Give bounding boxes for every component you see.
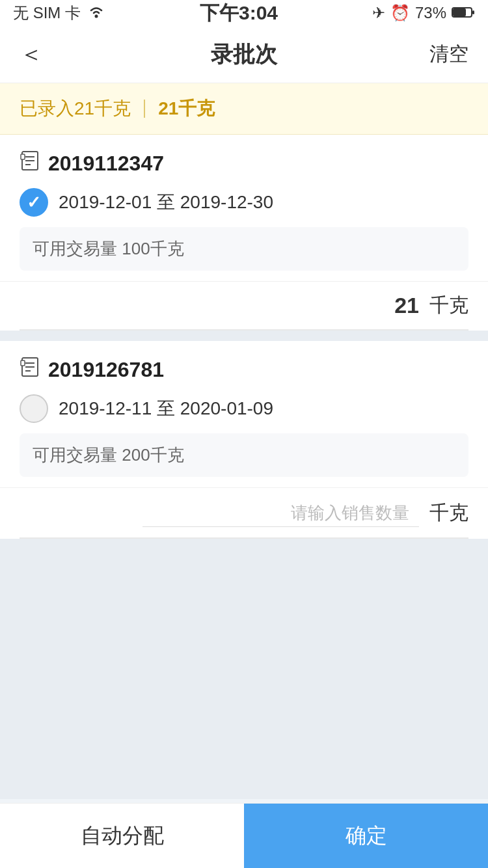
svg-rect-8	[21, 154, 25, 159]
footer-spacer	[0, 539, 488, 799]
batch-header-2: 2019126781	[0, 341, 488, 389]
quantity-row-1: 21 千克	[0, 281, 488, 329]
batch-id-2: 2019126781	[48, 358, 164, 382]
radio-unchecked-2[interactable]	[20, 394, 48, 423]
batch-id-icon-1	[20, 150, 40, 176]
summary-value: 21千克	[158, 96, 215, 121]
quantity-unit-1: 千克	[429, 292, 468, 319]
quantity-input-2[interactable]	[142, 498, 419, 527]
batch-item-1: 2019112347 2019-12-01 至 2019-12-30 可用交易量…	[0, 135, 488, 331]
svg-rect-2	[453, 8, 466, 16]
svg-rect-3	[472, 10, 474, 14]
svg-point-0	[95, 15, 98, 18]
batch-available-2: 可用交易量 200千克	[20, 433, 468, 477]
quantity-unit-2: 千克	[429, 500, 468, 526]
location-icon: ✈	[372, 4, 385, 22]
batch-header-1: 2019112347	[0, 135, 488, 183]
no-sim-text: 无 SIM 卡	[13, 3, 81, 23]
summary-bar: 已录入21千克 21千克	[0, 83, 488, 135]
batch-id-1: 2019112347	[48, 152, 164, 176]
batch-date-row-2[interactable]: 2019-12-11 至 2020-01-09	[0, 389, 488, 433]
clear-button[interactable]: 清空	[429, 41, 468, 68]
batch-date-1: 2019-12-01 至 2019-12-30	[59, 190, 273, 215]
battery-percent: 73%	[415, 4, 446, 22]
confirm-button[interactable]: 确定	[244, 804, 488, 868]
batch-item-2: 2019126781 2019-12-11 至 2020-01-09 可用交易量…	[0, 341, 488, 539]
status-left: 无 SIM 卡	[13, 3, 105, 23]
batch-date-2: 2019-12-11 至 2020-01-09	[59, 396, 273, 421]
batch-available-1: 可用交易量 100千克	[20, 227, 468, 271]
back-button[interactable]: ＜	[20, 38, 59, 70]
status-bar: 无 SIM 卡 下午3:04 ✈ ⏰ 73%	[0, 0, 488, 26]
bottom-bar: 自动分配 确定	[0, 803, 488, 868]
battery-icon	[452, 4, 475, 22]
quantity-row-2[interactable]: 千克	[0, 487, 488, 537]
status-right: ✈ ⏰ 73%	[372, 4, 475, 22]
summary-divider	[144, 100, 145, 118]
nav-bar: ＜ 录批次 清空	[0, 26, 488, 83]
svg-rect-13	[21, 360, 25, 366]
status-time: 下午3:04	[200, 0, 278, 27]
wifi-icon	[87, 4, 105, 22]
batch-date-row-1[interactable]: 2019-12-01 至 2019-12-30	[0, 183, 488, 227]
radio-checked-1[interactable]	[20, 188, 48, 217]
quantity-value-1: 21	[394, 293, 419, 318]
auto-distribute-button[interactable]: 自动分配	[0, 804, 244, 868]
batch-id-icon-2	[20, 357, 40, 383]
item-separator-1	[0, 331, 488, 341]
alarm-icon: ⏰	[390, 4, 410, 22]
summary-label: 已录入21千克	[20, 96, 131, 121]
page-title: 录批次	[211, 40, 277, 70]
